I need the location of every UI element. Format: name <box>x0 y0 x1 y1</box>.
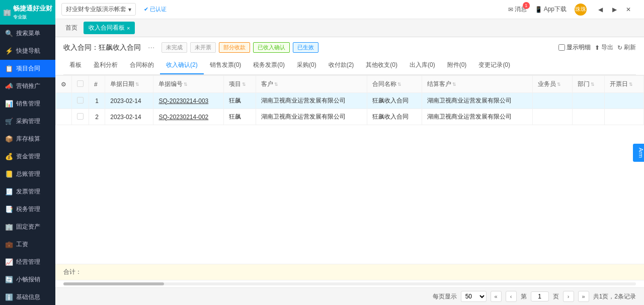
th-checkbox[interactable] <box>72 76 89 93</box>
sidebar-item-小畅报销[interactable]: 🔄小畅报销 <box>0 271 55 288</box>
next-page-button[interactable]: › <box>563 291 574 302</box>
close-window-button[interactable]: ✕ <box>623 4 634 15</box>
sidebar-label-10: 税务管理 <box>16 205 40 214</box>
scrollbar-thumb[interactable] <box>63 282 164 285</box>
sidebar-item-发票管理[interactable]: 🧾发票管理 <box>0 183 55 200</box>
sidebar-item-基础信息[interactable]: ℹ️基础信息 <box>0 288 55 305</box>
display-detail-checkbox[interactable] <box>558 44 565 51</box>
per-page-select[interactable]: 50 20 100 <box>461 291 487 302</box>
more-button[interactable]: ··· <box>146 43 156 52</box>
company-dropdown-icon: ▾ <box>128 6 131 13</box>
tab-销售发票[interactable]: 销售发票(0) <box>204 57 248 74</box>
sidebar-icon-10: 📑 <box>5 206 13 214</box>
nav-prev-button[interactable]: ◀ <box>595 4 606 15</box>
th-opendate[interactable]: 开票日⇅ <box>604 76 643 93</box>
tab-变更记录[interactable]: 变更记录(0) <box>472 57 516 74</box>
sort-docno-icon: ⇅ <box>184 82 188 87</box>
tab-收入确认[interactable]: 收入确认(2) <box>160 57 204 74</box>
tab-看板[interactable]: 看板 <box>63 57 88 74</box>
nav-next-button[interactable]: ▶ <box>609 4 620 15</box>
sidebar-item-库存核算[interactable]: 📦库存核算 <box>0 130 55 148</box>
active-tab[interactable]: 收入合同看板 × <box>84 22 135 34</box>
th-contract[interactable]: 合同名称⇅ <box>367 76 422 93</box>
th-sales[interactable]: 业务员⇅ <box>533 76 572 93</box>
sidebar-item-营销推广[interactable]: 📣营销推广 <box>0 77 55 95</box>
row-checkbox-1[interactable] <box>72 109 89 125</box>
row-settings-0[interactable] <box>56 93 72 109</box>
row-contract-1: 狂飙收入合同 <box>367 109 422 125</box>
table-row[interactable]: 1 2023-02-14 SQ-20230214-003 狂飙 湖南卫视商业运营… <box>56 93 644 109</box>
home-tab[interactable]: 首页 <box>61 22 82 34</box>
sidebar-item-固定资产[interactable]: 🏢固定资产 <box>0 218 55 236</box>
sidebar-item-税务管理[interactable]: 📑税务管理 <box>0 200 55 218</box>
status-active[interactable]: 已生效 <box>293 42 318 53</box>
sidebar-item-项目合同[interactable]: 📋项目合同 <box>0 60 55 77</box>
th-settings[interactable]: ⚙ <box>56 76 72 93</box>
verified-badge: ✔ 已认证 <box>144 6 167 13</box>
tab-收付款[interactable]: 收付款(2) <box>323 57 360 74</box>
sidebar-label-6: 库存核算 <box>16 135 40 143</box>
total-label: 合计： <box>63 268 82 276</box>
sidebar-item-快捷导航[interactable]: ⚡快捷导航 <box>0 42 55 60</box>
sidebar-item-工资[interactable]: 💼工资 <box>0 236 55 253</box>
message-badge: 1 <box>523 2 530 9</box>
status-partial[interactable]: 部分收款 <box>219 42 250 53</box>
table-row[interactable]: 2 2023-02-14 SQ-20230214-002 狂飙 湖南卫视商业运营… <box>56 109 644 125</box>
first-page-button[interactable]: « <box>491 291 502 302</box>
per-page-label: 每页显示 <box>433 292 457 301</box>
download-icon: 📱 <box>535 6 542 13</box>
user-avatar[interactable]: 珠珠 <box>575 4 587 16</box>
sidebar-icon-5: 🛒 <box>5 118 13 126</box>
sidebar-item-搜索菜单[interactable]: 🔍搜索菜单 <box>0 25 55 42</box>
message-button[interactable]: ✉ 消息 1 <box>508 5 527 14</box>
tab-出入库[interactable]: 出入库(0) <box>404 57 441 74</box>
horizontal-scrollbar[interactable] <box>55 280 644 287</box>
row-settle-1: 湖南卫视商业运营发展有限公司 <box>422 109 533 125</box>
th-settle[interactable]: 结算客户⇅ <box>422 76 533 93</box>
sidebar-label-12: 工资 <box>16 240 28 249</box>
sidebar-item-资金管理[interactable]: 💰资金管理 <box>0 148 55 165</box>
th-date[interactable]: 单据日期⇅ <box>105 76 153 93</box>
row-sales-1 <box>533 109 572 125</box>
prev-page-button[interactable]: ‹ <box>506 291 517 302</box>
arm-float-button[interactable]: Arm <box>633 143 644 161</box>
tab-附件[interactable]: 附件(0) <box>441 57 473 74</box>
tab-盈利分析[interactable]: 盈利分析 <box>88 57 124 74</box>
th-docno[interactable]: 单据编号⇅ <box>153 76 224 93</box>
tab-合同标的[interactable]: 合同标的 <box>124 57 160 74</box>
tab-其他收支[interactable]: 其他收支(0) <box>360 57 404 74</box>
tab-close-button[interactable]: × <box>127 25 130 31</box>
row-docno-0[interactable]: SQ-20230214-003 <box>153 93 224 109</box>
row-settings-1[interactable] <box>56 109 72 125</box>
export-button[interactable]: ⬆ 导出 <box>595 43 613 52</box>
sidebar-icon-8: 📒 <box>5 170 13 178</box>
tab-税务发票[interactable]: 税务发票(0) <box>247 57 291 74</box>
sidebar-label-13: 经营管理 <box>16 258 40 266</box>
th-project[interactable]: 项目⇅ <box>224 76 256 93</box>
sidebar-item-经营管理[interactable]: 📈经营管理 <box>0 253 55 271</box>
status-unopened[interactable]: 未开票 <box>190 42 216 53</box>
download-label: App下载 <box>544 5 567 14</box>
row-customer-0: 湖南卫视商业运营发展有限公司 <box>256 93 367 109</box>
tab-采购[interactable]: 采购(0) <box>291 57 323 74</box>
company-selector[interactable]: 好业财专业版演示帐套 ▾ <box>61 3 136 16</box>
sidebar-label-15: 基础信息 <box>16 293 40 301</box>
page-number-input[interactable] <box>531 291 549 301</box>
display-detail-label: 显示明细 <box>567 43 591 52</box>
sidebar-item-采购管理[interactable]: 🛒采购管理 <box>0 113 55 130</box>
app-download-button[interactable]: 📱 App下载 <box>535 5 567 14</box>
status-incomplete[interactable]: 未完成 <box>162 42 187 53</box>
th-customer[interactable]: 客户⇅ <box>256 76 367 93</box>
select-all-checkbox[interactable] <box>77 80 84 87</box>
status-confirmed[interactable]: 已收入确认 <box>253 42 290 53</box>
sidebar-item-销售管理[interactable]: 📊销售管理 <box>0 95 55 113</box>
last-page-button[interactable]: » <box>578 291 589 302</box>
refresh-icon: ↻ <box>617 44 622 51</box>
th-dept[interactable]: 部门⇅ <box>572 76 604 93</box>
row-docno-1[interactable]: SQ-20230214-002 <box>153 109 224 125</box>
sidebar-item-总账管理[interactable]: 📒总账管理 <box>0 165 55 183</box>
page-label: 第 <box>521 292 527 301</box>
row-checkbox-0[interactable] <box>72 93 89 109</box>
refresh-label: 刷新 <box>624 43 636 52</box>
refresh-button[interactable]: ↻ 刷新 <box>617 43 636 52</box>
